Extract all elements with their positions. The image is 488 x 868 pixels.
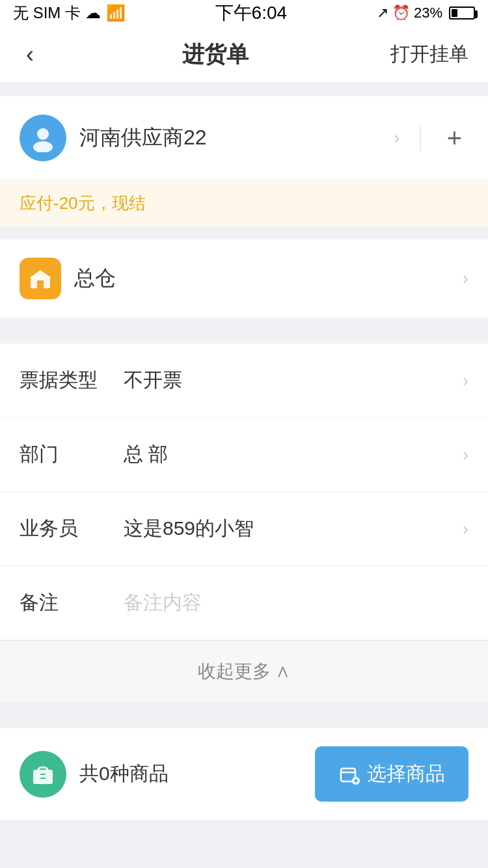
- staff-chevron-icon: ›: [463, 519, 468, 539]
- add-supplier-button[interactable]: +: [441, 124, 468, 153]
- supplier-name: 河南供应商22: [79, 124, 381, 152]
- dept-row[interactable]: 部门 总 部 ›: [0, 418, 488, 492]
- section-gap-3: [0, 318, 488, 331]
- nav-bar: ‹ 进货单 打开挂单: [0, 26, 488, 83]
- invoice-value: 不开票: [111, 367, 463, 394]
- battery-icon: [449, 7, 475, 20]
- section-gap-1: [0, 83, 488, 96]
- invoice-chevron-icon: ›: [463, 370, 468, 391]
- svg-point-1: [33, 141, 53, 152]
- form-section: 票据类型 不开票 › 部门 总 部 › 业务员 这是859的小智 › 备注 备注…: [0, 344, 488, 702]
- product-icon: [20, 751, 66, 798]
- select-product-button[interactable]: 选择商品: [315, 746, 468, 802]
- open-pending-button[interactable]: 打开挂单: [390, 41, 468, 68]
- staff-label: 业务员: [20, 515, 111, 542]
- supplier-divider: [420, 125, 421, 151]
- wifi-icon: 📶: [106, 4, 126, 22]
- remark-label: 备注: [20, 590, 111, 616]
- svg-rect-4: [37, 280, 44, 288]
- staff-row[interactable]: 业务员 这是859的小智 ›: [0, 492, 488, 566]
- warehouse-name: 总仓: [74, 264, 450, 293]
- location-icon: ↗: [377, 5, 388, 21]
- section-gap-2: [0, 226, 488, 239]
- section-gap-4: [0, 702, 488, 715]
- back-button[interactable]: ‹: [20, 34, 40, 75]
- supplier-row[interactable]: 河南供应商22 › +: [0, 96, 488, 180]
- sim-label: 无 SIM 卡 ☁: [13, 3, 101, 23]
- remark-row[interactable]: 备注 备注内容: [0, 566, 488, 640]
- svg-rect-5: [33, 770, 53, 784]
- warehouse-section: 总仓 ›: [0, 239, 488, 318]
- supplier-avatar: [20, 115, 66, 161]
- supplier-section: 河南供应商22 › + 应付-20元，现结: [0, 96, 488, 226]
- warehouse-chevron-icon: ›: [463, 268, 468, 289]
- svg-marker-3: [29, 270, 51, 278]
- status-right: ↗ ⏰ 23%: [377, 5, 475, 21]
- warehouse-row[interactable]: 总仓 ›: [0, 239, 488, 318]
- svg-point-0: [37, 128, 49, 140]
- remark-input[interactable]: 备注内容: [111, 590, 468, 616]
- dept-label: 部门: [20, 441, 111, 468]
- staff-value: 这是859的小智: [111, 515, 463, 542]
- dept-chevron-icon: ›: [463, 444, 468, 465]
- status-time: 下午6:04: [215, 1, 288, 25]
- status-left: 无 SIM 卡 ☁ 📶: [13, 3, 126, 23]
- page-title: 进货单: [182, 40, 249, 70]
- svg-rect-6: [40, 774, 46, 775]
- supplier-chevron-icon: ›: [394, 128, 400, 148]
- alarm-icon: ⏰: [392, 5, 410, 21]
- select-product-label: 选择商品: [367, 761, 445, 787]
- invoice-row[interactable]: 票据类型 不开票 ›: [0, 344, 488, 418]
- notice-bar: 应付-20元，现结: [0, 180, 488, 226]
- dept-value: 总 部: [111, 441, 463, 468]
- invoice-label: 票据类型: [20, 367, 111, 394]
- collapse-button[interactable]: 收起更多 ∧: [0, 640, 488, 702]
- svg-rect-7: [40, 778, 46, 779]
- warehouse-icon: [20, 258, 61, 299]
- battery-percent: 23%: [414, 5, 442, 21]
- products-section: 共0种商品 选择商品: [0, 728, 488, 820]
- product-count: 共0种商品: [79, 761, 302, 787]
- status-bar: 无 SIM 卡 ☁ 📶 下午6:04 ↗ ⏰ 23%: [0, 0, 488, 26]
